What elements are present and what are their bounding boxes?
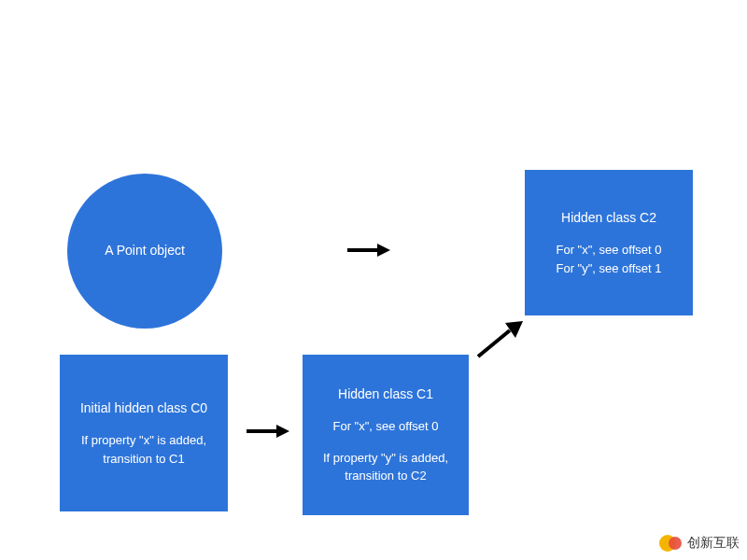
svg-marker-1 <box>377 244 390 257</box>
arrow-point-to-c2 <box>345 241 390 259</box>
point-object-label: A Point object <box>105 242 185 260</box>
arrow-c0-to-c1 <box>245 422 289 441</box>
c0-line2: transition to C1 <box>103 450 184 469</box>
watermark-logo-icon <box>659 532 682 554</box>
c2-title: Hidden class C2 <box>561 208 656 228</box>
hidden-class-c0-box: Initial hidden class C0 If property "x" … <box>60 355 228 511</box>
c1-line3: transition to C2 <box>345 467 426 485</box>
hidden-class-c2-box: Hidden class C2 For "x", see offset 0 Fo… <box>525 170 693 315</box>
c1-line1: For "x", see offset 0 <box>332 417 438 436</box>
c0-line1: If property "x" is added, <box>81 431 206 450</box>
svg-line-4 <box>478 330 510 357</box>
hidden-class-c1-box: Hidden class C1 For "x", see offset 0 If… <box>303 355 469 515</box>
c2-line1: For "x", see offset 0 <box>556 241 661 259</box>
c1-title: Hidden class C1 <box>338 385 433 404</box>
watermark-text: 创新互联 <box>687 535 740 552</box>
point-object-circle: A Point object <box>67 174 222 329</box>
c2-line2: For "y", see offset 1 <box>556 259 661 278</box>
watermark: 创新互联 <box>659 532 740 554</box>
c1-line2: If property "y" is added, <box>323 449 448 468</box>
c0-title: Initial hidden class C0 <box>80 399 207 418</box>
svg-marker-5 <box>505 321 523 338</box>
svg-marker-3 <box>276 425 289 438</box>
arrow-c1-to-c2 <box>474 317 525 362</box>
